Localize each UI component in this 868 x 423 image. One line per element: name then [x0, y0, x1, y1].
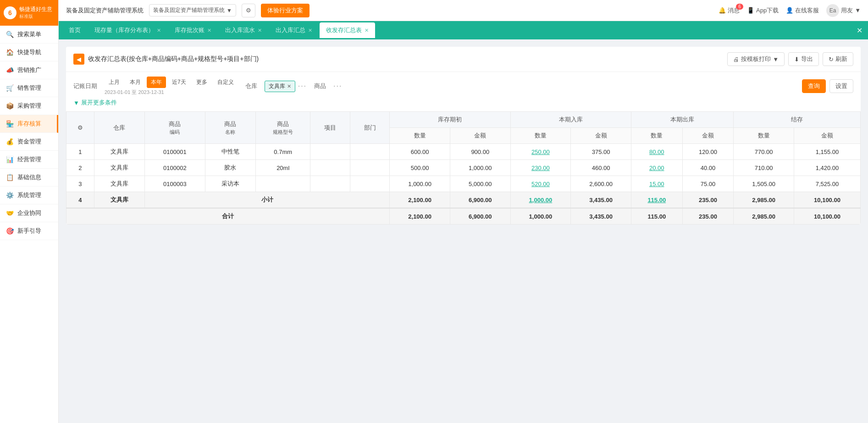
subtotal-out-qty[interactable]: 115.00	[631, 192, 682, 209]
sidebar-item-operations[interactable]: 📊 经营管理	[0, 151, 58, 169]
row-seq: 2	[66, 160, 94, 176]
table-row: 2 文具库 0100002 胶水 20ml 500.00 1,000.00 23…	[66, 160, 861, 176]
col-goods-code-header: 商品编码	[144, 112, 205, 144]
query-button[interactable]: 查询	[802, 79, 826, 93]
col-in-header: 本期入库	[510, 112, 631, 128]
row-opening-amount: 900.00	[450, 144, 510, 160]
tab-recv-send-summary[interactable]: 收发存汇总表 ✕	[320, 22, 375, 38]
tab-close-in-out-summary[interactable]: ✕	[308, 27, 312, 33]
sidebar-item-finance[interactable]: 💰 资金管理	[0, 133, 58, 151]
sidebar-edition: 标准版	[19, 13, 52, 20]
online-service-item[interactable]: 👤 在线客服	[786, 6, 819, 15]
page-actions: 🖨 按模板打印 ▼ ⬇ 导出 ↻ 刷新	[727, 52, 853, 66]
row-goods-spec: 0.7mm	[255, 144, 310, 160]
row-out-amount: 75.00	[682, 176, 734, 192]
row-goods-name: 中性笔	[205, 144, 255, 160]
sidebar-item-search[interactable]: 🔍 搜索菜单	[0, 26, 58, 44]
tab-in-out-flow[interactable]: 出入库流水 ✕	[219, 22, 268, 38]
date-btn-this-month[interactable]: 本月	[126, 77, 145, 88]
tab-inventory-dist[interactable]: 现存量（库存分布表） ✕	[88, 22, 167, 38]
print-icon: 🖨	[733, 56, 739, 63]
col-settings-header[interactable]: ⚙	[66, 112, 94, 144]
sidebar-item-sales[interactable]: 🛒 销售管理	[0, 79, 58, 97]
col-opening-header: 库存期初	[390, 112, 510, 128]
trial-button[interactable]: 体验行业方案	[261, 4, 310, 17]
phone-icon: 📱	[747, 7, 754, 14]
total-opening-qty: 2,100.00	[390, 208, 450, 225]
warehouse-more-btn[interactable]: ···	[298, 82, 307, 90]
sidebar-item-inventory[interactable]: 🏪 库存核算	[0, 115, 58, 133]
row-goods-code: 0100002	[144, 160, 205, 176]
tab-home[interactable]: 首页	[62, 22, 87, 38]
settings-button[interactable]: ⚙	[242, 4, 255, 17]
operations-icon: 📊	[6, 155, 14, 164]
notifications-item[interactable]: 🔔 消息 6	[719, 6, 740, 15]
settings-btn[interactable]: 设置	[829, 79, 853, 93]
print-chevron-icon: ▼	[773, 56, 779, 63]
system-icon: ⚙️	[6, 191, 14, 199]
inventory-icon: 🏪	[6, 120, 14, 128]
app-download-label: App下载	[756, 6, 779, 15]
row-department	[350, 160, 389, 176]
date-btn-last-month[interactable]: 上月	[105, 77, 124, 88]
chevron-down-icon: ▼	[227, 7, 232, 14]
sidebar-item-marketing[interactable]: 📣 营销推广	[0, 61, 58, 79]
total-in-amount: 3,435.00	[571, 208, 631, 225]
export-icon: ⬇	[794, 56, 799, 63]
sidebar-item-basic[interactable]: 📋 基础信息	[0, 169, 58, 187]
refresh-button[interactable]: ↻ 刷新	[823, 52, 853, 66]
tab-bar-close-all[interactable]: ✕	[855, 24, 864, 37]
system-name: 装备及固定资产辅助管理系统	[66, 6, 144, 15]
sidebar-item-guide[interactable]: 🎯 新手引导	[0, 222, 58, 240]
collapse-button[interactable]: ◀	[73, 54, 84, 65]
main-area: 装备及固定资产辅助管理系统 装备及固定资产辅助管理系统 ▼ ⚙ 体验行业方案 🔔…	[59, 0, 868, 423]
date-btn-custom[interactable]: 自定义	[213, 77, 238, 88]
expand-conditions-button[interactable]: ▼ 展开更多条件	[73, 99, 853, 107]
col-settings-icon: ⚙	[77, 124, 83, 131]
subtotal-in-qty[interactable]: 1,000.00	[510, 192, 571, 209]
sidebar-header: 6 畅捷通好生意 标准版	[0, 0, 58, 26]
row-out-qty[interactable]: 20.00	[631, 160, 682, 176]
tab-close-inventory-dist[interactable]: ✕	[157, 27, 161, 33]
filter-row: 记账日期 上月 本月 本年 近7天 更多 自定义 2023-01-01	[73, 77, 853, 96]
date-btn-7days[interactable]: 近7天	[168, 77, 190, 88]
row-in-qty[interactable]: 520.00	[510, 176, 571, 192]
app-download-item[interactable]: 📱 App下载	[747, 6, 779, 15]
row-in-qty[interactable]: 250.00	[510, 144, 571, 160]
tab-close-in-out-flow[interactable]: ✕	[258, 27, 262, 33]
system-selector[interactable]: 装备及固定资产辅助管理系统 ▼	[149, 4, 236, 16]
user-item[interactable]: Ea 用友 ▼	[826, 4, 861, 17]
export-button[interactable]: ⬇ 导出	[788, 52, 819, 66]
sidebar-item-system[interactable]: ⚙️ 系统管理	[0, 187, 58, 204]
row-balance-amount: 1,155.00	[794, 144, 861, 160]
tab-in-out-summary[interactable]: 出入库汇总 ✕	[269, 22, 319, 38]
goods-more-btn[interactable]: ···	[333, 82, 342, 90]
user-chevron-icon: ▼	[855, 7, 861, 14]
sidebar-item-cooperation[interactable]: 🤝 企业协同	[0, 204, 58, 222]
row-balance-qty: 710.00	[734, 160, 794, 176]
row-out-qty[interactable]: 15.00	[631, 176, 682, 192]
warehouse-tag-close[interactable]: ✕	[287, 83, 291, 89]
avatar: Ea	[826, 4, 839, 17]
col-goods-name-header: 商品名称	[205, 112, 255, 144]
total-in-qty: 1,000.00	[510, 208, 571, 225]
date-btn-more[interactable]: 更多	[192, 77, 211, 88]
row-opening-qty: 1,000.00	[390, 176, 450, 192]
date-shortcuts: 上月 本月 本年 近7天 更多 自定义 2023-01-01 至 2023-12…	[105, 77, 238, 96]
print-button[interactable]: 🖨 按模板打印 ▼	[727, 52, 785, 66]
sidebar-item-quick-nav[interactable]: 🏠 快捷导航	[0, 44, 58, 61]
tab-batch-ledger[interactable]: 库存批次账 ✕	[168, 22, 218, 38]
sidebar-item-purchase[interactable]: 📦 采购管理	[0, 97, 58, 115]
home-icon: 🏠	[6, 48, 14, 56]
table-container: ⚙ 仓库 商品编码 商品名称 商品规格型号 项目 部门 库存期初 本期入库 本期…	[66, 111, 861, 225]
tab-close-recv-send-summary[interactable]: ✕	[365, 27, 369, 33]
subtotal-warehouse: 文具库	[94, 192, 144, 209]
tab-close-batch-ledger[interactable]: ✕	[207, 27, 211, 33]
finance-icon: 💰	[6, 137, 14, 146]
row-in-qty[interactable]: 230.00	[510, 160, 571, 176]
row-warehouse: 文具库	[94, 176, 144, 192]
row-out-qty[interactable]: 80.00	[631, 144, 682, 160]
warehouse-tag-wenju: 文具库 ✕	[265, 81, 295, 92]
date-btn-this-year[interactable]: 本年	[147, 77, 166, 88]
page-title: 收发存汇总表(按仓库+商品编码+商品+规格型号+项目+部门)	[88, 55, 259, 63]
